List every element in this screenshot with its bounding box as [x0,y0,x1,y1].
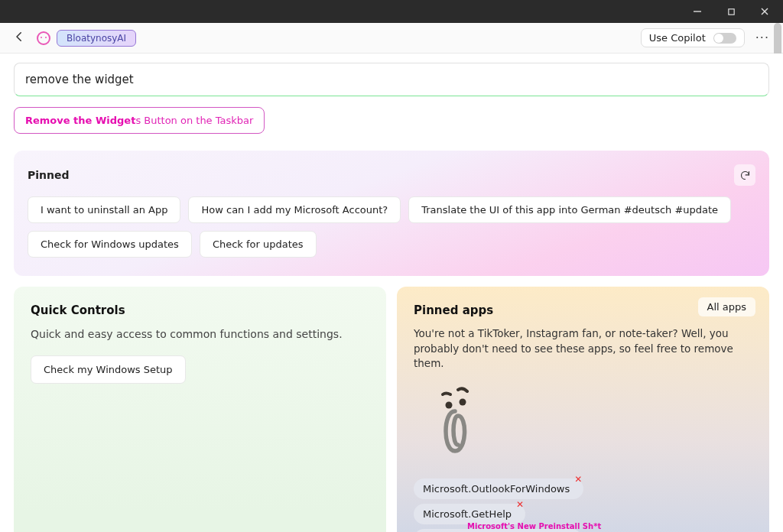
back-button[interactable] [8,30,31,47]
remove-app-icon[interactable]: ✕ [574,474,582,485]
maximize-button[interactable] [716,1,746,22]
pinned-app-chip[interactable]: Microsoft.GetHelp ✕ [414,504,525,524]
quick-controls-title: Quick Controls [31,303,369,317]
pinned-item[interactable]: Check for updates [200,231,317,258]
use-copilot-toggle[interactable]: Use Copilot [641,28,745,47]
pinned-app-name: Microsoft.GetHelp [423,508,512,520]
pinned-title: Pinned [28,169,70,181]
app-name-badge: BloatynosyAI [57,30,136,47]
all-apps-button[interactable]: All apps [698,297,756,316]
pinned-item[interactable]: How can I add my Microsoft Account? [188,196,401,223]
app-toolbar: BloatynosyAI Use Copilot ··· [0,23,783,54]
search-input[interactable] [14,63,769,96]
search-suggestion[interactable]: Remove the Widgets Button on the Taskbar [14,107,265,134]
pinned-item[interactable]: Translate the UI of this app into German… [408,196,731,223]
app-logo-icon [37,31,50,45]
check-windows-setup-button[interactable]: Check my Windows Setup [31,355,186,384]
pinned-app-chip[interactable]: Microsoft's New Preinstall Sh*t Microsof… [414,529,582,532]
svg-rect-1 [728,8,733,14]
clippy-icon [437,385,752,465]
main-content: Remove the Widgets Button on the Taskbar… [0,54,783,532]
pinned-item[interactable]: I want to uninstall an App [28,196,180,223]
pinned-app-chip[interactable]: Microsoft.OutlookForWindows ✕ [414,478,583,499]
pinned-section: Pinned I want to uninstall an App How ca… [14,151,769,276]
pinned-item[interactable]: Check for Windows updates [28,231,192,258]
quick-controls-subtitle: Quick and easy access to common function… [31,328,369,340]
window-titlebar [0,0,783,23]
close-button[interactable] [749,1,780,22]
remove-app-icon[interactable]: ✕ [516,499,524,510]
suggestion-rest: s Button on the Taskbar [135,115,253,126]
toggle-icon [713,33,736,44]
suggestion-match: Remove the Widget [25,115,135,126]
pinned-apps-description: You're not a TikToker, Instagram fan, or… [414,326,752,371]
svg-point-5 [460,398,466,405]
minimize-button[interactable] [682,1,713,22]
overlay-caption: Microsoft's New Preinstall Sh*t [467,522,601,530]
pinned-apps-card: All apps Pinned apps You're not a TikTok… [397,287,769,532]
pinned-app-name: Microsoft.OutlookForWindows [423,483,570,495]
copilot-label: Use Copilot [649,32,706,44]
refresh-button[interactable] [734,164,755,186]
more-menu-button[interactable]: ··· [749,28,775,48]
svg-point-4 [446,401,453,408]
quick-controls-card: Quick Controls Quick and easy access to … [14,287,386,532]
